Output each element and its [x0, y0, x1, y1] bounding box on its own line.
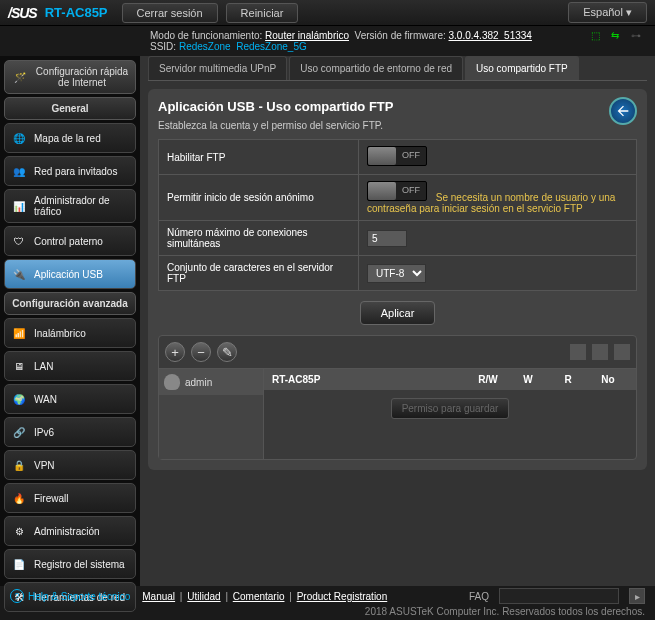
- page-title: Aplicación USB - Uso compartido FTP: [158, 99, 637, 114]
- apply-button[interactable]: Aplicar: [360, 301, 436, 325]
- share-header: RT-AC85P R/W W R No: [264, 369, 636, 390]
- firewall-icon: 🔥: [10, 489, 28, 507]
- footer-links: Manual | Utilidad | Comentario | Product…: [140, 591, 389, 602]
- sidebar-item-parental-control[interactable]: 🛡Control paterno: [4, 226, 136, 256]
- input-max-connections[interactable]: [367, 230, 407, 247]
- wizard-icon: 🪄: [11, 68, 29, 86]
- sidebar-item-guest-network[interactable]: 👥Red para invitados: [4, 156, 136, 186]
- add-user-button[interactable]: +: [165, 342, 185, 362]
- logout-button[interactable]: Cerrar sesión: [122, 3, 218, 23]
- globe-icon: 🌐: [10, 129, 28, 147]
- toggle-enable-ftp[interactable]: OFF: [367, 146, 427, 166]
- tabs: Servidor multimedia UPnP Uso compartido …: [148, 56, 647, 81]
- link-manual[interactable]: Manual: [142, 591, 175, 602]
- shield-icon: 🛡: [10, 232, 28, 250]
- faq-search-input[interactable]: [499, 588, 619, 604]
- faq-search-button[interactable]: ▸: [629, 588, 645, 604]
- sidebar-item-ipv6[interactable]: 🔗IPv6: [4, 417, 136, 447]
- help-icon: ?: [10, 589, 24, 603]
- back-arrow-icon: [615, 103, 631, 119]
- wifi-icon: 📶: [10, 324, 28, 342]
- save-permission-button[interactable]: Permiso para guardar: [391, 398, 510, 419]
- status-router-icon: ⬚: [591, 30, 605, 44]
- sidebar-item-firewall[interactable]: 🔥Firewall: [4, 483, 136, 513]
- link-registration[interactable]: Product Registration: [297, 591, 388, 602]
- sidebar-item-network-map[interactable]: 🌐Mapa de la red: [4, 123, 136, 153]
- sidebar-item-vpn[interactable]: 🔒VPN: [4, 450, 136, 480]
- folder-icon[interactable]: [570, 344, 586, 360]
- faq-label: FAQ: [469, 591, 489, 602]
- folder-remove-icon[interactable]: [614, 344, 630, 360]
- label-charset: Conjunto de caracteres en el servidor FT…: [159, 256, 359, 291]
- sidebar: 🪄 Configuración rápida de Internet Gener…: [0, 56, 140, 586]
- sidebar-item-usb-app[interactable]: 🔌Aplicación USB: [4, 259, 136, 289]
- usb-icon: 🔌: [10, 265, 28, 283]
- edit-user-button[interactable]: ✎: [217, 342, 237, 362]
- wan-icon: 🌍: [10, 390, 28, 408]
- avatar-icon: [164, 374, 180, 390]
- tab-ftp-share[interactable]: Uso compartido FTP: [465, 56, 579, 80]
- label-max-connections: Número máximo de conexiones simultáneas: [159, 221, 359, 256]
- user-name: admin: [185, 377, 212, 388]
- sidebar-quick-setup[interactable]: 🪄 Configuración rápida de Internet: [4, 60, 136, 94]
- info-bar: Modo de funcionamiento: Router inalámbri…: [0, 26, 655, 56]
- label-anonymous: Permitir inicio de sesión anónimo: [159, 175, 359, 221]
- help-link[interactable]: ? Help & Soporte técnico: [10, 589, 130, 603]
- sidebar-item-wireless[interactable]: 📶Inalámbrico: [4, 318, 136, 348]
- sidebar-item-lan[interactable]: 🖥LAN: [4, 351, 136, 381]
- link-utility[interactable]: Utilidad: [187, 591, 220, 602]
- ipv6-icon: 🔗: [10, 423, 28, 441]
- log-icon: 📄: [10, 555, 28, 573]
- status-link-icon: ⊶: [631, 30, 645, 44]
- tab-network-share[interactable]: Uso compartido de entorno de red: [289, 56, 463, 80]
- page-desc: Establezca la cuenta y el permiso del se…: [158, 120, 637, 131]
- language-select[interactable]: Español ▾: [568, 2, 647, 23]
- brand-logo: /SUS: [8, 5, 37, 21]
- label-enable-ftp: Habilitar FTP: [159, 140, 359, 175]
- reboot-button[interactable]: Reiniciar: [226, 3, 299, 23]
- folder-add-icon[interactable]: [592, 344, 608, 360]
- sidebar-item-administration[interactable]: ⚙Administración: [4, 516, 136, 546]
- remove-user-button[interactable]: −: [191, 342, 211, 362]
- sidebar-item-system-log[interactable]: 📄Registro del sistema: [4, 549, 136, 579]
- meter-icon: 📊: [10, 197, 28, 215]
- lan-icon: 🖥: [10, 357, 28, 375]
- sidebar-advanced-header: Configuración avanzada: [4, 292, 136, 315]
- model-name: RT-AC85P: [45, 5, 108, 20]
- select-charset[interactable]: UTF-8: [367, 264, 426, 283]
- gear-icon: ⚙: [10, 522, 28, 540]
- sidebar-general-header: General: [4, 97, 136, 120]
- sidebar-item-traffic-manager[interactable]: 📊Administrador de tráfico: [4, 189, 136, 223]
- guest-icon: 👥: [10, 162, 28, 180]
- status-usb-icon: ⇆: [611, 30, 625, 44]
- user-row[interactable]: admin: [159, 369, 263, 395]
- back-button[interactable]: [609, 97, 637, 125]
- vpn-icon: 🔒: [10, 456, 28, 474]
- sidebar-item-wan[interactable]: 🌍WAN: [4, 384, 136, 414]
- tab-upnp[interactable]: Servidor multimedia UPnP: [148, 56, 287, 80]
- link-feedback[interactable]: Comentario: [233, 591, 285, 602]
- toggle-anonymous[interactable]: OFF: [367, 181, 427, 201]
